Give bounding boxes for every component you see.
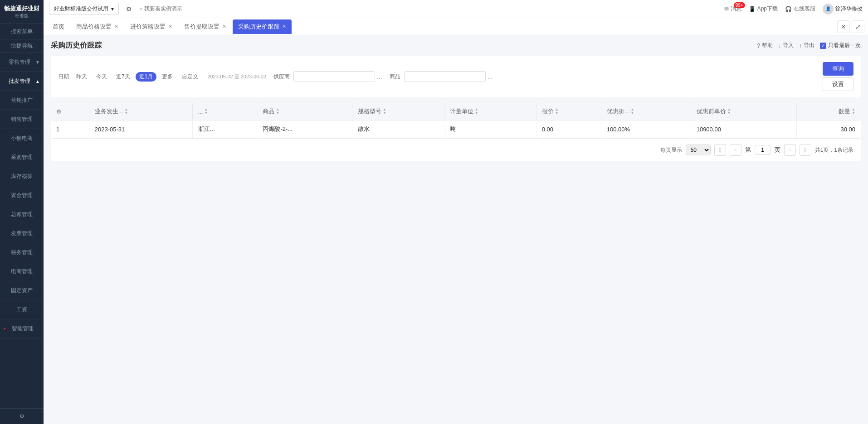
tab-close-icon[interactable]: ✕: [222, 24, 226, 29]
page-last-btn[interactable]: ⟫: [800, 144, 811, 156]
cell-more: 浙江...: [192, 120, 257, 138]
sort-arrows-icon: ▲▼: [125, 108, 128, 115]
sidebar-item-intelligent[interactable]: ● 智能管理: [0, 319, 44, 338]
import-icon: ↓: [778, 43, 781, 49]
sidebar-item-inventory[interactable]: 库存核算: [0, 167, 44, 186]
tab-close-icon[interactable]: ✕: [168, 24, 172, 29]
app-download-btn[interactable]: 📱 App下载: [749, 5, 778, 13]
sidebar-quick-nav[interactable]: 快捷导航: [0, 39, 44, 53]
cell-pre-discount: 10900.00: [691, 120, 796, 138]
tab-purchase-history[interactable]: 采购历史价跟踪 ✕: [233, 19, 292, 34]
export-btn[interactable]: ↑ 导出: [799, 42, 814, 49]
sidebar-item-purchase[interactable]: 采购管理: [0, 148, 44, 167]
product-dots[interactable]: ...: [488, 73, 493, 80]
date-opt-today[interactable]: 今天: [93, 72, 111, 82]
help-btn[interactable]: ? 帮助: [757, 42, 773, 49]
message-badge: 99+: [734, 2, 745, 8]
message-btn[interactable]: ✉ 消息 99+: [724, 5, 741, 13]
cell-discount: 100.00%: [601, 120, 691, 138]
version-label: 好业财标准版交付试用: [54, 5, 108, 13]
date-opt-more[interactable]: 更多: [158, 72, 176, 82]
tab-product-price-label: 商品价格设置: [76, 23, 112, 31]
chevron-down-icon: ▼: [35, 60, 40, 65]
sidebar-item-sales[interactable]: 销售管理: [0, 110, 44, 129]
sort-arrows-icon: ▲▼: [631, 108, 634, 115]
supplier-label: 供应商: [273, 73, 290, 81]
sidebar-item-finance[interactable]: 资金管理: [0, 186, 44, 205]
tab-home[interactable]: 首页: [47, 19, 70, 34]
date-options: 昨天 今天 近7天 近1月 更多 自定义: [73, 72, 202, 82]
page-input[interactable]: [755, 145, 771, 155]
user-info[interactable]: 👤 徐泽华修改: [823, 4, 863, 14]
page-next-btn[interactable]: ＞: [784, 144, 796, 156]
only-last-checkbox[interactable]: ✓ 只看最后一次: [820, 42, 861, 49]
supplier-input[interactable]: [293, 71, 375, 82]
col-more-sort[interactable]: ... ▲▼: [198, 108, 208, 115]
help-icon: ?: [757, 43, 760, 49]
version-selector[interactable]: 好业财标准版交付试用 ▾: [49, 3, 119, 15]
col-price-sort[interactable]: 报价 ▲▼: [542, 107, 559, 116]
sidebar-item-retail[interactable]: 零售管理 ▼: [0, 53, 44, 72]
cell-index: 1: [51, 120, 89, 138]
col-spec-sort[interactable]: 规格型号 ▲▼: [358, 107, 386, 116]
app-logo: 畅捷通好业财 标准版: [0, 0, 44, 24]
sort-arrows-icon: ▲▼: [727, 108, 731, 115]
col-quantity-sort[interactable]: 数量 ▲▼: [839, 107, 855, 116]
online-service-btn[interactable]: 🎧 在线客服: [785, 5, 815, 13]
product-filter-group: 商品 ...: [390, 71, 493, 82]
product-label: 商品: [390, 73, 400, 81]
checkbox-icon: ✓: [820, 43, 826, 49]
tab-home-label: 首页: [53, 23, 64, 31]
sidebar-item-fixed-assets[interactable]: 固定资产: [0, 281, 44, 300]
sidebar-settings-btn[interactable]: ⚙: [0, 408, 44, 424]
col-date: 业务发生... ▲▼: [89, 103, 192, 120]
sidebar-item-marketing[interactable]: 营销推广: [0, 91, 44, 110]
date-opt-7days[interactable]: 近7天: [112, 72, 134, 82]
export-icon: ↑: [799, 43, 802, 49]
sidebar-item-payroll[interactable]: 工资: [0, 300, 44, 319]
sidebar-item-invoice[interactable]: 发票管理: [0, 224, 44, 243]
col-unit-sort[interactable]: 计量单位 ▲▼: [450, 107, 478, 116]
cell-unit: 吨: [444, 120, 536, 138]
import-btn[interactable]: ↓ 导入: [778, 42, 794, 49]
col-unit: 计量单位 ▲▼: [444, 103, 536, 120]
topbar-settings-btn[interactable]: ⚙: [122, 4, 136, 14]
sidebar-item-ecommerce-small[interactable]: 小畅电商: [0, 129, 44, 148]
col-settings[interactable]: ⚙: [51, 103, 89, 120]
tab-purchase-price-strategy[interactable]: 进价策略设置 ✕: [125, 19, 178, 34]
sidebar-item-tax[interactable]: 税务管理: [0, 243, 44, 262]
col-date-sort[interactable]: 业务发生... ▲▼: [95, 107, 128, 116]
supplier-dots[interactable]: ...: [377, 73, 382, 80]
per-page-select[interactable]: 50 100 200: [686, 145, 711, 155]
tab-close-icon[interactable]: ✕: [282, 24, 286, 29]
tabs-bar: 首页 商品价格设置 ✕ 进价策略设置 ✕ 售价提取设置 ✕ 采购历史价跟踪 ✕ …: [44, 18, 868, 35]
date-opt-1month[interactable]: 近1月: [136, 72, 157, 82]
close-tab-btn[interactable]: ✕: [837, 20, 850, 33]
product-input[interactable]: [404, 71, 486, 82]
tab-purchase-price-strategy-label: 进价策略设置: [130, 23, 166, 31]
cell-price: 0.00: [536, 120, 601, 138]
date-opt-custom[interactable]: 自定义: [178, 72, 202, 82]
col-spec: 规格型号 ▲▼: [352, 103, 444, 120]
query-btn[interactable]: 查询: [823, 62, 853, 76]
col-product-sort[interactable]: 商品 ▲▼: [263, 107, 279, 116]
tab-close-icon[interactable]: ✕: [114, 24, 118, 29]
page-prev-btn[interactable]: ＜: [730, 144, 741, 156]
col-pre-discount-sort[interactable]: 优惠前单价 ▲▼: [697, 107, 731, 116]
per-page-label: 每页显示: [660, 146, 682, 154]
sidebar-search[interactable]: 搜索菜单: [0, 24, 44, 39]
page-first-btn[interactable]: ⟪: [714, 144, 726, 156]
sort-arrows-icon: ▲▼: [383, 108, 386, 115]
date-opt-yesterday[interactable]: 昨天: [73, 72, 91, 82]
sidebar-item-ledger[interactable]: 总账管理: [0, 205, 44, 224]
col-discount-sort[interactable]: 优惠折... ▲▼: [607, 107, 634, 116]
settings-btn[interactable]: 设置: [823, 77, 853, 91]
page-header: 采购历史价跟踪 ? 帮助 ↓ 导入 ↑ 导出 ✓ 只看最后一次: [51, 41, 861, 50]
sidebar-item-wholesale[interactable]: 批发管理 ▲: [0, 72, 44, 91]
maximize-tab-btn[interactable]: ⤢: [852, 20, 864, 33]
tab-sale-price-extract[interactable]: 售价提取设置 ✕: [179, 19, 232, 34]
sidebar-item-ecommerce[interactable]: 电商管理: [0, 262, 44, 281]
tab-product-price[interactable]: 商品价格设置 ✕: [71, 19, 124, 34]
demo-button[interactable]: ○ 我要看实例演示: [139, 5, 182, 13]
table-body: 1 2023-05-31 浙江... 丙烯酸-2-... 散水 吨 0.00 1…: [51, 120, 861, 138]
